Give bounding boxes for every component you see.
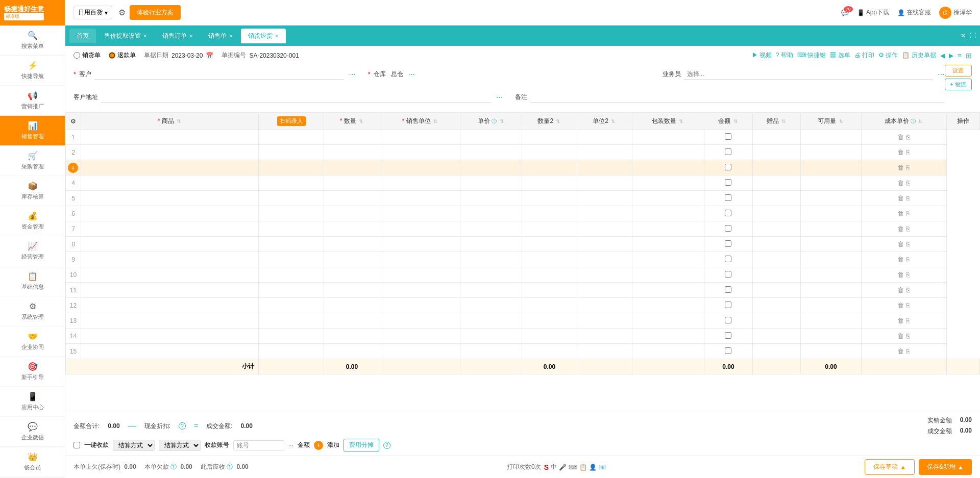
sale-unit-cell-12[interactable] bbox=[324, 298, 380, 313]
unit2-cell-5[interactable] bbox=[522, 191, 577, 206]
unit2-cell-7[interactable] bbox=[522, 221, 577, 237]
delete-icon-2[interactable]: 🗑 bbox=[897, 148, 904, 156]
sale-unit-cell-4[interactable] bbox=[324, 175, 380, 191]
amount-cell-3[interactable] bbox=[632, 160, 704, 175]
unit-price-cell-3[interactable] bbox=[380, 160, 460, 175]
available-cell-2[interactable] bbox=[752, 145, 801, 160]
amount-cell-1[interactable] bbox=[632, 130, 704, 145]
user-info[interactable]: 徐 徐泽华 bbox=[939, 7, 972, 19]
unit-price-cell-2[interactable] bbox=[380, 145, 460, 160]
product-cell-2[interactable] bbox=[81, 145, 259, 160]
copy-icon-9[interactable]: ⎘ bbox=[906, 256, 910, 263]
amount-cell-9[interactable] bbox=[632, 252, 704, 267]
amount-cell-2[interactable] bbox=[632, 145, 704, 160]
gift-checkbox-10[interactable] bbox=[725, 271, 731, 278]
remark-input[interactable] bbox=[530, 92, 944, 103]
amount-cell-14[interactable] bbox=[632, 329, 704, 344]
amount-cell-10[interactable] bbox=[632, 267, 704, 283]
sale-unit-cell-7[interactable] bbox=[324, 221, 380, 237]
account-input[interactable] bbox=[233, 440, 284, 450]
gift-checkbox-5[interactable] bbox=[725, 194, 731, 201]
unit-price-cell-10[interactable] bbox=[380, 267, 460, 283]
available-cell-10[interactable] bbox=[752, 267, 801, 283]
delete-icon-6[interactable]: 🗑 bbox=[897, 210, 904, 217]
sidebar-item-finance[interactable]: 💰资金管理 bbox=[0, 206, 65, 236]
print-btn[interactable]: 🖨 打印 bbox=[854, 51, 874, 60]
add-row-btn[interactable]: + bbox=[68, 163, 78, 173]
available-cell-4[interactable] bbox=[752, 175, 801, 191]
gift-checkbox-11[interactable] bbox=[725, 286, 731, 293]
available-cell-9[interactable] bbox=[752, 252, 801, 267]
save-new-btn[interactable]: 保存&新增 ▲ bbox=[919, 459, 972, 475]
warehouse-dots[interactable]: ··· bbox=[408, 70, 415, 79]
qty2-cell-4[interactable] bbox=[460, 175, 522, 191]
pack-qty-cell-3[interactable] bbox=[577, 160, 632, 175]
prev-btn[interactable]: ◀ bbox=[940, 52, 945, 59]
customer-dots[interactable]: ··· bbox=[349, 70, 356, 79]
cost-price-cell-13[interactable] bbox=[801, 313, 861, 329]
gift-checkbox-3[interactable] bbox=[725, 164, 731, 170]
product-cell-3[interactable] bbox=[81, 160, 259, 175]
radio-sales[interactable]: 销货单 bbox=[74, 51, 101, 60]
qty-cell-1[interactable] bbox=[259, 130, 324, 145]
tab-4[interactable]: 销货退货 ✕ bbox=[241, 29, 286, 43]
qty-cell-3[interactable] bbox=[259, 160, 324, 175]
amount-cell-15[interactable] bbox=[632, 344, 704, 359]
gift-checkbox-4[interactable] bbox=[725, 179, 731, 186]
unit2-cell-6[interactable] bbox=[522, 206, 577, 221]
pack-qty-cell-14[interactable] bbox=[577, 329, 632, 344]
unit2-cell-4[interactable] bbox=[522, 175, 577, 191]
pack-qty-cell-8[interactable] bbox=[577, 237, 632, 252]
pack-qty-cell-13[interactable] bbox=[577, 313, 632, 329]
unit-price-cell-15[interactable] bbox=[380, 344, 460, 359]
gift-checkbox-6[interactable] bbox=[725, 210, 731, 216]
unit2-cell-12[interactable] bbox=[522, 298, 577, 313]
qty2-cell-9[interactable] bbox=[460, 252, 522, 267]
calc-select[interactable]: 结算方式 bbox=[159, 440, 201, 451]
tab-close-icon[interactable]: ✕ bbox=[961, 32, 966, 39]
settings-side-btn[interactable]: 设置 bbox=[945, 65, 972, 77]
qty-cell-4[interactable] bbox=[259, 175, 324, 191]
select-btn[interactable]: ☰ 选单 bbox=[830, 51, 850, 60]
unit-price-cell-12[interactable] bbox=[380, 298, 460, 313]
delete-icon-1[interactable]: 🗑 bbox=[897, 133, 904, 141]
unit-price-cell-13[interactable] bbox=[380, 313, 460, 329]
available-cell-12[interactable] bbox=[752, 298, 801, 313]
qty-cell-12[interactable] bbox=[259, 298, 324, 313]
tab-1[interactable]: 售价提取设置 ✕ bbox=[97, 29, 154, 43]
qty-cell-2[interactable] bbox=[259, 145, 324, 160]
qty2-cell-12[interactable] bbox=[460, 298, 522, 313]
product-cell-15[interactable] bbox=[81, 344, 259, 359]
pack-qty-cell-11[interactable] bbox=[577, 283, 632, 298]
qty2-cell-3[interactable] bbox=[460, 160, 522, 175]
sale-unit-cell-3[interactable] bbox=[324, 160, 380, 175]
logistics-btn[interactable]: + 物流 bbox=[945, 79, 972, 90]
calendar-icon[interactable]: 📅 bbox=[206, 52, 213, 59]
available-cell-11[interactable] bbox=[752, 283, 801, 298]
copy-icon-11[interactable]: ⎘ bbox=[906, 286, 910, 294]
cost-price-cell-15[interactable] bbox=[801, 344, 861, 359]
tab-2[interactable]: 销售订单 ✕ bbox=[155, 29, 200, 43]
gift-cell-6[interactable] bbox=[704, 206, 753, 221]
product-cell-5[interactable] bbox=[81, 191, 259, 206]
gift-checkbox-8[interactable] bbox=[725, 240, 731, 247]
sale-unit-cell-8[interactable] bbox=[324, 237, 380, 252]
product-cell-4[interactable] bbox=[81, 175, 259, 191]
available-cell-14[interactable] bbox=[752, 329, 801, 344]
gift-cell-12[interactable] bbox=[704, 298, 753, 313]
app-download[interactable]: 📱 App下载 bbox=[857, 8, 889, 17]
tab-expand-icon[interactable]: ⛶ bbox=[970, 32, 976, 39]
available-cell-13[interactable] bbox=[752, 313, 801, 329]
cost-price-cell-9[interactable] bbox=[801, 252, 861, 267]
address-input[interactable] bbox=[101, 92, 491, 103]
sidebar-item-operation[interactable]: 📈经营管理 bbox=[0, 236, 65, 266]
salesperson-dots[interactable]: ··· bbox=[938, 70, 944, 79]
sidebar-item-inventory[interactable]: 📦库存核算 bbox=[0, 176, 65, 206]
delete-icon-3[interactable]: 🗑 bbox=[897, 164, 904, 171]
qty2-cell-2[interactable] bbox=[460, 145, 522, 160]
help-btn[interactable]: ? 帮助 bbox=[776, 51, 793, 60]
copy-icon-1[interactable]: ⎘ bbox=[906, 133, 910, 141]
sale-unit-cell-13[interactable] bbox=[324, 313, 380, 329]
cost-price-cell-6[interactable] bbox=[801, 206, 861, 221]
sidebar-item-apps[interactable]: 📱应用中心 bbox=[0, 387, 65, 417]
